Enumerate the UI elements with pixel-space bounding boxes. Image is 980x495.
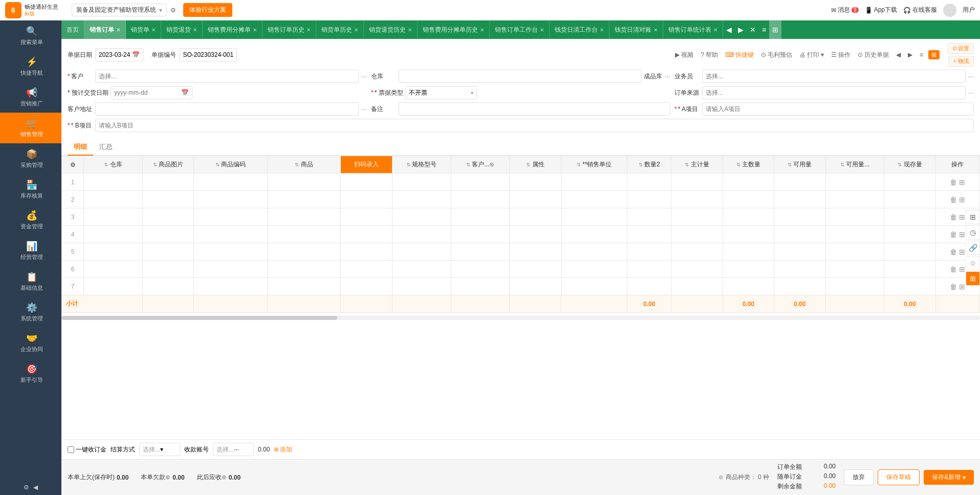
order-no-input[interactable]: SO-20230324-001 xyxy=(179,48,237,61)
settings-btn[interactable]: ⊙ 设置 xyxy=(948,43,974,54)
discard-button[interactable]: 放弃 xyxy=(844,469,874,485)
col-product-img[interactable]: ⇅ 商品图片 xyxy=(142,156,193,174)
sidebar-item-system[interactable]: ⚙️ 系统管理 xyxy=(0,297,61,328)
add-payment-btn[interactable]: ⊕ 添加 xyxy=(274,445,292,454)
tab-close-icon[interactable]: ✕ xyxy=(151,27,156,33)
right-float-btn-5[interactable]: ⊞ xyxy=(966,271,980,286)
tab-close-icon[interactable]: ✕ xyxy=(354,27,358,33)
tab-nav-menu[interactable]: ≡ xyxy=(759,20,769,39)
tab-return[interactable]: 销货退货 ✕ xyxy=(161,20,203,39)
delete-icon[interactable]: 🗑 xyxy=(950,283,957,291)
col-spec[interactable]: ⇅ 规格型号 xyxy=(392,156,451,174)
col-avail-qty[interactable]: ⇅ 可用量 xyxy=(774,156,825,174)
right-float-btn-4[interactable]: ☆ xyxy=(966,256,980,270)
sidebar-item-sales[interactable]: 🛒 销售管理 xyxy=(0,113,61,143)
tab-sales-history[interactable]: 销售订单历史 ✕ xyxy=(263,20,316,39)
col-customer-code[interactable]: ⇅ 客户...⊙ xyxy=(451,156,510,174)
customer-dots[interactable]: ··· xyxy=(361,72,367,80)
nav-next-btn[interactable]: ▶ xyxy=(906,50,914,59)
warehouse-input[interactable] xyxy=(399,70,642,83)
sub-tab-detail[interactable]: 明细 xyxy=(68,139,93,156)
col-product-code[interactable]: ⇅ 商品编码 xyxy=(194,156,268,174)
tab-nav-expand[interactable]: ⊞ xyxy=(769,20,781,39)
save-new-button[interactable]: 保存&新增 ▾ xyxy=(924,470,974,485)
tab-invoice-history[interactable]: 销货单历史 ✕ xyxy=(316,20,364,39)
delete-icon[interactable]: 🗑 xyxy=(950,178,957,186)
sidebar-item-guide[interactable]: 🎯 新手引导 xyxy=(0,358,61,389)
delete-icon[interactable]: 🗑 xyxy=(950,230,957,239)
sidebar-item-quicknav[interactable]: ⚡ 快捷导航 xyxy=(0,51,61,82)
grid-view-btn[interactable]: ⊞ xyxy=(928,50,940,59)
delivery-date-input[interactable]: 📅 xyxy=(111,86,192,99)
order-source-input[interactable] xyxy=(702,86,966,99)
col-stock-qty[interactable]: ⇅ 现存量 xyxy=(884,156,935,174)
tab-cash-reconcile[interactable]: 钱货日清对账 ✕ xyxy=(609,20,663,39)
tab-return-history[interactable]: 销货退货历史 ✕ xyxy=(364,20,418,39)
copy-icon[interactable]: ⊞ xyxy=(959,248,965,256)
tab-order-workbench[interactable]: 销售订单工作台 ✕ xyxy=(490,20,550,39)
a-project-input[interactable] xyxy=(702,102,974,116)
tab-close-icon[interactable]: ✕ xyxy=(600,27,604,33)
print-btn[interactable]: 🖨 打印 ▾ xyxy=(797,50,826,60)
gear-icon[interactable]: ⚙ xyxy=(167,4,179,16)
message-btn[interactable]: ✉ 消息 9 xyxy=(831,6,859,14)
history-btn[interactable]: ⊙ 历史单据 xyxy=(856,50,891,60)
staff-dots[interactable]: ··· xyxy=(968,72,974,80)
col-main-qty[interactable]: ⇅ 主数量 xyxy=(723,156,774,174)
right-float-btn-3[interactable]: 🔗 xyxy=(966,241,980,255)
sidebar-item-operations[interactable]: 📊 经营管理 xyxy=(0,235,61,266)
tab-close-icon[interactable]: ✕ xyxy=(654,27,658,33)
tab-nav-next[interactable]: ▶ xyxy=(735,20,747,39)
avatar[interactable] xyxy=(943,4,956,17)
sidebar-item-finance[interactable]: 💰 资金管理 xyxy=(0,205,61,235)
payment-method-select[interactable]: 选择... ▾ xyxy=(139,443,180,456)
add-material-btn[interactable]: + 物流 xyxy=(949,56,974,67)
tab-nav-close[interactable]: ✕ xyxy=(747,20,759,39)
copy-icon[interactable]: ⊞ xyxy=(959,178,965,186)
one-click-checkbox[interactable]: 一键收订金 xyxy=(68,445,106,454)
col-avail-qty2[interactable]: ⇅ 可用量... xyxy=(825,156,884,174)
delivery-date-textinput[interactable] xyxy=(114,89,179,96)
tab-close-icon[interactable]: ✕ xyxy=(540,27,544,33)
tab-cash-workbench[interactable]: 钱货日清工作台 ✕ xyxy=(550,20,609,39)
col-main-unit[interactable]: ⇅ 主计量 xyxy=(671,156,723,174)
horizontal-scrollbar[interactable] xyxy=(61,316,980,320)
tab-sales-order[interactable]: 销售订单 ✕ xyxy=(84,20,126,39)
tab-close-icon[interactable]: ✕ xyxy=(116,27,120,33)
delete-icon[interactable]: 🗑 xyxy=(950,248,957,256)
solution-button[interactable]: 体验行业方案 xyxy=(183,3,232,17)
delete-icon[interactable]: 🗑 xyxy=(950,213,957,221)
sidebar-item-purchase[interactable]: 📦 采购管理 xyxy=(0,143,61,174)
tab-invoice[interactable]: 销货单 ✕ xyxy=(126,20,161,39)
sidebar-item-basic-info[interactable]: 📋 基础信息 xyxy=(0,266,61,297)
copy-icon[interactable]: ⊞ xyxy=(959,265,965,273)
tab-nav-prev[interactable]: ◀ xyxy=(723,20,735,39)
delete-icon[interactable]: 🗑 xyxy=(950,196,957,204)
address-dots[interactable]: ··· xyxy=(361,105,367,113)
col-qty2[interactable]: ⇅ 数量2 xyxy=(627,156,671,174)
help-btn[interactable]: ? 帮助 xyxy=(699,50,720,60)
col-scan[interactable]: 扫码录入 xyxy=(341,156,392,174)
col-warehouse[interactable]: ⇅ 仓库 xyxy=(84,156,143,174)
right-float-btn-1[interactable]: ⊞ xyxy=(966,210,980,224)
tab-expense-history[interactable]: 销售费用分摊单历史 ✕ xyxy=(418,20,490,39)
date-input[interactable]: 2023-03-24 📅 xyxy=(95,48,143,61)
save-draft-button[interactable]: 保存草稿 xyxy=(878,469,920,485)
col-attr[interactable]: ⇅ 属性 xyxy=(510,156,561,174)
tab-expense-split[interactable]: 销售费用分摊单 ✕ xyxy=(203,20,263,39)
sidebar-settings-icon[interactable]: ⚙ xyxy=(24,484,29,491)
address-input[interactable] xyxy=(95,102,359,116)
tab-stats[interactable]: 销售订单统计表 ✕ xyxy=(663,20,723,39)
tab-close-icon[interactable]: ✕ xyxy=(307,27,311,33)
customer-input[interactable] xyxy=(95,70,359,83)
nav-prev-btn[interactable]: ◀ xyxy=(894,50,903,59)
copy-icon[interactable]: ⊞ xyxy=(959,230,965,239)
note-input[interactable] xyxy=(399,102,670,116)
col-product[interactable]: ⇅ 商品 xyxy=(267,156,341,174)
copy-icon[interactable]: ⊞ xyxy=(959,196,965,204)
b-project-input[interactable] xyxy=(95,119,974,132)
sidebar-item-marketing[interactable]: 📢 营销推广 xyxy=(0,82,61,113)
order-source-dots[interactable]: ··· xyxy=(968,89,974,97)
operation-btn[interactable]: ☰ 操作 xyxy=(829,50,853,60)
warehouse-dots[interactable]: ··· xyxy=(664,72,670,80)
